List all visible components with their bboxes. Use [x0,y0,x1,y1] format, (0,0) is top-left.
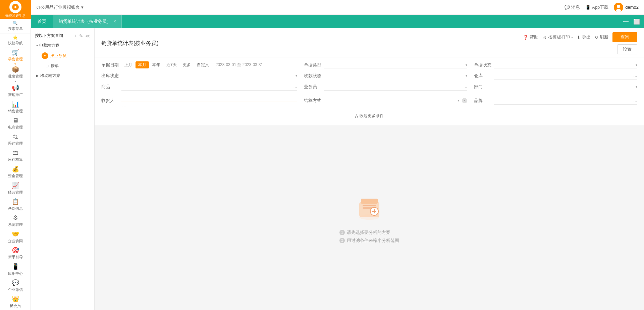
sidebar-item-retail[interactable]: 🛒 零售管理 ▾ [0,49,31,66]
tab-sales-stats[interactable]: 销货单统计表（按业务员） × [53,15,122,28]
date-tab-7days[interactable]: 近7天 [164,61,179,68]
sidebar-item-sales[interactable]: 📊 销售管理 [0,99,31,115]
warehouse-control: … [494,72,637,80]
tab-maximize-button[interactable]: ⬜ [632,17,641,26]
brand-dots[interactable]: … [633,98,637,103]
doc-type-select[interactable]: ▾ [324,62,467,68]
tab-close-icon[interactable]: × [114,19,116,24]
filter-row-3: 商品 … 业务员 [101,83,637,91]
topbar-dropdown-icon[interactable]: ▾ [81,5,84,10]
out-status-select[interactable]: ▾ [121,72,297,79]
wholesale-icon: 📦 [12,66,19,73]
svg-point-2 [617,5,620,8]
sidebar-divider-1 [5,48,25,48]
date-label: 单据日期 [101,62,121,68]
filter-date: 单据日期 上月 本月 本年 近7天 更多 自定义 2023-03-01 至 20… [101,61,297,68]
topbar-title: 办公用品行业模拟账套 ▾ [36,4,560,10]
help-button[interactable]: ❓ 帮助 [523,34,538,40]
date-tab-last-month[interactable]: 上月 [121,61,135,68]
sidebar-item-wechat-label: 企业微信 [8,287,23,292]
sidebar-item-appcenter[interactable]: 📱 应用中心 [0,261,31,277]
sidebar-item-ecommerce[interactable]: 🖥 电商管理 [0,115,31,131]
print-button[interactable]: 🖨 按模板打印 ▾ [542,34,573,40]
filter-row-2: 出库状态 ▾ 收款状态 [101,72,637,80]
sidebar-item-collab[interactable]: 🤝 企业协同 [0,229,31,245]
sidebar-item-basicinfo[interactable]: 📋 基础信息 [0,196,31,212]
user-avatar [614,3,623,12]
date-tab-more[interactable]: 更多 [180,61,194,68]
warehouse-select[interactable]: … [494,72,637,80]
app-logo[interactable]: 畅捷通好生意 [0,0,31,19]
edit-scheme-icon[interactable]: ✎ [79,33,83,39]
sidebar-item-wholesale[interactable]: 📦 批发管理 ▴ [0,66,31,83]
sidebar-item-finance[interactable]: 💰 资金管理 [0,164,31,180]
receive-status-control: ▾ [324,72,467,79]
tip-num-1: 1 [339,230,345,235]
department-arrow: ▾ [636,85,637,89]
search-menu-button[interactable]: 🔍 搜索菜单 [0,19,31,34]
collapse-bar[interactable]: ⋀ 收起更多条件 [101,111,637,121]
sidebar-item-inventory[interactable]: 🗃 库存核算 [0,148,31,164]
sidebar-item-system[interactable]: ⚙ 系统管理 [0,213,31,229]
newguide-icon: 🎯 [12,247,19,254]
date-tab-custom[interactable]: 自定义 [194,61,212,68]
left-panel-header-icons: + ✎ ≪ [74,33,90,39]
refresh-button[interactable]: ↻ 刷新 [595,34,608,40]
sidebar-item-wechat[interactable]: 💬 企业微信 [0,277,31,294]
sidebar-item-newguide[interactable]: 🎯 新手引导 [0,245,31,261]
maximize-icon: ⬜ [633,18,640,25]
app-download-button[interactable]: 📱 App下载 [585,4,608,10]
sidebar-item-member[interactable]: 👑 畅会员 [0,294,31,310]
payment-arrow: ▾ [458,99,459,102]
topbar: 办公用品行业模拟账套 ▾ 💬 消息 📱 App下载 demo2 [31,0,644,15]
scheme-sub-icon: ⊞ [46,64,49,68]
scheme-sub-item-by-order[interactable]: ⊞ 按单 [34,61,94,71]
sidebar-item-marketing[interactable]: 📢 营销推广 [0,83,31,99]
receive-status-select[interactable]: ▾ [324,72,467,79]
main-area: 办公用品行业模拟账套 ▾ 💬 消息 📱 App下载 demo2 首页 [31,0,644,310]
date-tab-this-month[interactable]: 本月 [136,61,149,68]
query-button[interactable]: 查询 [612,32,637,42]
product-input[interactable]: … [121,83,297,91]
scheme-item-by-salesman[interactable]: ● 按业务员 [34,50,94,61]
warehouse-dots[interactable]: … [633,73,637,78]
print-dropdown-icon[interactable]: ▾ [571,36,573,39]
doc-status-label: 单据状态 [474,62,494,68]
user-profile-button[interactable]: demo2 [614,3,639,12]
product-dots[interactable]: … [293,84,297,89]
help-icon: ❓ [523,35,528,40]
message-button[interactable]: 💬 消息 [565,4,580,10]
topbar-title-text: 办公用品行业模拟账套 [36,4,80,10]
doc-status-select[interactable]: ▾ [494,62,637,68]
scheme-group-mobile-header[interactable]: ▶ 移动端方案 [31,71,94,81]
tabbar: 首页 销货单统计表（按业务员） × — ⬜ [31,15,644,28]
payment-select[interactable]: ▾ [324,97,459,104]
export-button[interactable]: ⬇ 导出 [577,34,591,40]
filter-receiver: 收货人 … [101,94,297,107]
collapse-panel-icon[interactable]: ≪ [85,33,90,39]
department-select[interactable]: ▾ [494,84,637,90]
system-icon: ⚙ [13,214,18,221]
setting-button[interactable]: 设置 [617,44,637,54]
tab-home[interactable]: 首页 [31,15,53,28]
add-scheme-icon[interactable]: + [74,33,77,39]
quick-nav-button[interactable]: ⭐ 快捷导航 [0,34,31,47]
quick-nav-label: 快捷导航 [8,41,23,46]
salesman-input[interactable]: … [324,83,467,91]
filter-doc-type: 单据类型 ▾ [304,62,467,68]
page-header: 销货单统计表(按业务员) ❓ 帮助 🖨 按模板打印 ▾ ⬇ [95,28,644,57]
date-tab-this-year[interactable]: 本年 [150,61,163,68]
sidebar-item-purchase-label: 采购管理 [8,141,23,146]
scheme-group-desktop-header[interactable]: ▾ 电脑端方案 [34,41,94,50]
salesman-dots[interactable]: … [463,84,467,89]
receiver-dots[interactable]: … [122,103,126,107]
tab-minimize-button[interactable]: — [621,17,631,26]
receiver-input[interactable] [121,94,297,102]
collab-icon: 🤝 [12,230,19,238]
purchase-icon: 🛍 [12,133,18,140]
sidebar-item-operations[interactable]: 📈 经营管理 [0,180,31,196]
payment-clear-icon[interactable]: × [462,98,467,103]
sidebar-item-purchase[interactable]: 🛍 采购管理 [0,132,31,148]
product-control: … [121,83,297,91]
brand-input[interactable]: … [494,97,637,105]
